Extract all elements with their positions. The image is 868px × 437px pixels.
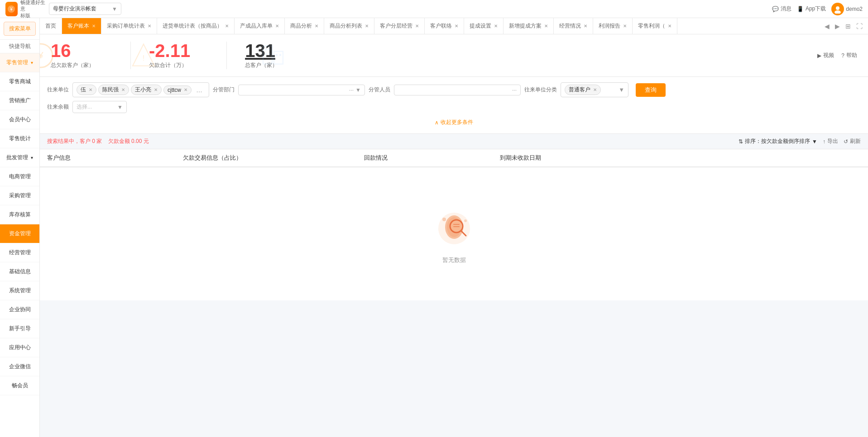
tab-close-icon[interactable]: ✕	[455, 24, 458, 28]
user-avatar-area[interactable]: demo2	[831, 3, 863, 15]
page-content: ¥ 16 总欠款客户（家） ! -2.11 欠款合计（万）	[40, 34, 868, 437]
category-tag-normal: 普通客户 ✕	[565, 85, 601, 95]
sort-select[interactable]: ⇅ 排序：按欠款金额倒序排序 ▼	[739, 138, 817, 145]
tab-product-analysis[interactable]: 商品分析 ✕	[285, 18, 324, 34]
sidebar-item-purchase[interactable]: 采购管理	[0, 186, 39, 205]
tab-purchase-stats[interactable]: 进货单统计表（按商品） ✕	[157, 18, 235, 34]
sidebar-item-sys-mgmt[interactable]: 系统管理	[0, 281, 39, 300]
person-dots[interactable]: ···	[512, 87, 517, 93]
tab-home[interactable]: 首页	[40, 18, 62, 34]
message-action[interactable]: 💬 消息	[772, 5, 791, 13]
chevron-icon: ▾	[31, 155, 33, 160]
tab-bar: 首页 客户账本 ✕ 采购订单统计表 ✕ 进货单统计表（按商品） ✕ 产成品入库单…	[40, 18, 868, 34]
svg-rect-9	[274, 51, 283, 64]
tab-retail-profit[interactable]: 零售利润（ ✕	[633, 18, 677, 34]
sidebar-item-wechat[interactable]: 企业微信	[0, 357, 39, 376]
sort-chevron: ▼	[812, 138, 817, 145]
tab-close-icon[interactable]: ✕	[544, 24, 548, 28]
tab-close-icon[interactable]: ✕	[365, 24, 369, 28]
sidebar-item-retail-mgmt[interactable]: 零售管理 ▾	[0, 53, 39, 72]
sidebar-item-member-center[interactable]: 会员中心	[0, 110, 39, 129]
tag-close-chen[interactable]: ✕	[121, 87, 125, 92]
tab-close-icon[interactable]: ✕	[148, 24, 151, 28]
sidebar-item-ops-mgmt[interactable]: 经营管理	[0, 243, 39, 262]
sidebar: 搜索菜单 快捷导航 零售管理 ▾ 零售商城 营销推广 会员中心 零售统计 批发管…	[0, 18, 40, 437]
col-due-date: 到期未收款日期	[500, 154, 861, 162]
svg-point-2	[836, 6, 839, 10]
tab-promotion-settings[interactable]: 提成设置 ✕	[464, 18, 504, 34]
tab-prev-button[interactable]: ◀	[823, 22, 831, 31]
chevron-up-icon: ∧	[435, 119, 439, 126]
sidebar-item-marketing[interactable]: 营销推广	[0, 91, 39, 110]
tab-close-icon[interactable]: ✕	[315, 24, 318, 28]
mobile-icon: 📱	[797, 6, 804, 12]
tab-close-icon[interactable]: ✕	[275, 24, 279, 28]
tag-close-wang[interactable]: ✕	[154, 87, 158, 92]
query-button[interactable]: 查询	[636, 83, 666, 97]
tab-next-button[interactable]: ▶	[833, 22, 842, 31]
tag-close-category[interactable]: ✕	[593, 87, 597, 92]
more-tags-button[interactable]: …	[193, 86, 205, 95]
app-download-action[interactable]: 📱 App下载	[797, 5, 826, 13]
sidebar-item-enterprise[interactable]: 企业协同	[0, 300, 39, 319]
tab-product-entry[interactable]: 产成品入库单 ✕	[235, 18, 285, 34]
sidebar-item-app-center[interactable]: 应用中心	[0, 338, 39, 357]
dept-filter-select[interactable]: ··· ▼	[238, 85, 365, 95]
tab-customer-contact[interactable]: 客户联络 ✕	[425, 18, 464, 34]
tab-profit-report[interactable]: 利润报告 ✕	[593, 18, 633, 34]
unit-filter-input[interactable]: 伍 ✕ 陈民强 ✕ 王小亮 ✕ cjttcw ✕	[72, 82, 209, 97]
tab-fullscreen-button[interactable]: ⛶	[854, 22, 864, 31]
refresh-button[interactable]: ↺ 刷新	[844, 138, 861, 145]
tab-close-icon[interactable]: ✕	[623, 24, 627, 28]
logo-area: ¥ 畅捷通好生意 标版	[5, 0, 45, 19]
svg-point-3	[834, 10, 841, 14]
tag-close-wu[interactable]: ✕	[89, 87, 92, 92]
content-area: 首页 客户账本 ✕ 采购订单统计表 ✕ 进货单统计表（按商品） ✕ 产成品入库单…	[40, 18, 868, 437]
video-button[interactable]: ▶ 视频	[817, 52, 834, 59]
tab-new-promotion[interactable]: 新增提成方案 ✕	[504, 18, 554, 34]
help-button[interactable]: ? 帮助	[841, 52, 857, 59]
system-selector[interactable]: 母婴行业演示帐套 ▼	[49, 3, 121, 15]
export-button[interactable]: ↑ 导出	[823, 138, 838, 145]
main-layout: 搜索菜单 快捷导航 零售管理 ▾ 零售商城 营销推广 会员中心 零售统计 批发管…	[0, 18, 868, 437]
collapse-button[interactable]: ∧ 收起更多条件	[429, 117, 479, 128]
tab-close-icon[interactable]: ✕	[92, 24, 96, 28]
tab-close-icon[interactable]: ✕	[668, 24, 671, 28]
sidebar-item-basic-info[interactable]: 基础信息	[0, 262, 39, 281]
tab-purchase-order-stats[interactable]: 采购订单统计表 ✕	[101, 18, 157, 34]
svg-rect-14	[276, 54, 278, 56]
filter-row-2: 往来余额 选择... ▼	[47, 101, 861, 113]
tab-customer-tier[interactable]: 客户分层经营 ✕	[374, 18, 425, 34]
svg-text:!: !	[143, 54, 144, 62]
results-bar: 搜索结果中，客户 0 家 欠款金额 0.00 元 ⇅ 排序：按欠款金额倒序排序 …	[40, 134, 868, 149]
sidebar-item-batch-mgmt[interactable]: 批发管理 ▾	[0, 148, 39, 167]
col-repayment: 回款情况	[364, 154, 500, 162]
tab-ops-situation[interactable]: 经营情况 ✕	[554, 18, 593, 34]
dept-dots[interactable]: ···	[349, 87, 354, 93]
tab-expand-button[interactable]: ⊞	[844, 22, 853, 31]
svg-rect-11	[269, 48, 270, 50]
sidebar-item-ecommerce[interactable]: 电商管理	[0, 167, 39, 186]
balance-filter-select[interactable]: 选择... ▼	[72, 101, 127, 113]
tab-product-analysis-list[interactable]: 商品分析列表 ✕	[324, 18, 374, 34]
sidebar-item-retail-mall[interactable]: 零售商城	[0, 72, 39, 91]
sidebar-search-area: 搜索菜单	[0, 18, 39, 40]
tab-close-icon[interactable]: ✕	[225, 24, 229, 28]
sidebar-item-capital-mgmt[interactable]: 资金管理	[0, 224, 39, 243]
tag-close-cjttcw[interactable]: ✕	[184, 87, 187, 92]
message-icon: 💬	[772, 6, 779, 12]
quick-nav-button[interactable]: 快捷导航	[0, 40, 39, 53]
tab-close-icon[interactable]: ✕	[415, 24, 419, 28]
tab-close-icon[interactable]: ✕	[494, 24, 498, 28]
person-filter-select[interactable]: ···	[394, 85, 521, 95]
category-filter-select[interactable]: 普通客户 ✕ ▼	[561, 82, 628, 97]
empty-state: 暂无数据	[40, 167, 868, 300]
sidebar-item-inventory[interactable]: 库存核算	[0, 205, 39, 224]
sidebar-item-retail-stats[interactable]: 零售统计	[0, 129, 39, 148]
search-menu-button[interactable]: 搜索菜单	[4, 22, 36, 36]
tab-close-icon[interactable]: ✕	[584, 24, 587, 28]
sidebar-item-new-guide[interactable]: 新手引导	[0, 319, 39, 338]
sidebar-item-member[interactable]: 畅会员	[0, 376, 39, 395]
top-bar-right: 💬 消息 📱 App下载 demo2	[772, 3, 863, 15]
tab-customer-account[interactable]: 客户账本 ✕	[62, 18, 101, 34]
